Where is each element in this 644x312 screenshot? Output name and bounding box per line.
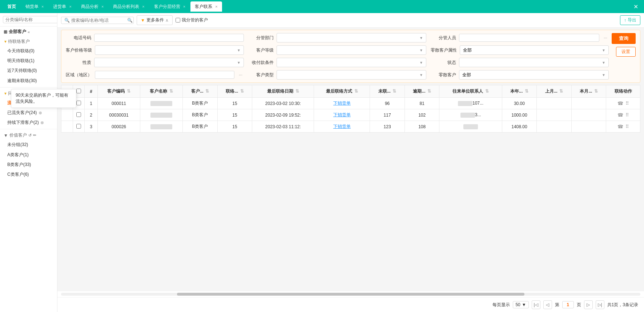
page-prev-btn[interactable]: ◁	[543, 300, 552, 309]
th-unlink[interactable]: 未联... ⇅	[370, 85, 405, 98]
more-action-icon-2[interactable]: ⠿	[625, 112, 629, 118]
close-analysis-tab[interactable]: ×	[101, 4, 104, 9]
search-main-input[interactable]	[71, 18, 126, 23]
filter-customer-level-select[interactable]: ▼	[277, 45, 426, 55]
sidebar-item-c-class[interactable]: C类客户(6)	[0, 170, 57, 179]
nav-tab-customer-tier[interactable]: 客户分层经营 ×	[150, 1, 190, 12]
th-last-contact-date[interactable]: 最后联络日期 ⇅	[252, 85, 314, 98]
nav-tab-customer-contact[interactable]: 客户联系 ×	[190, 1, 222, 12]
filter-cust-type-select[interactable]: ▼	[277, 70, 426, 80]
sort-code-icon[interactable]: ⇅	[127, 89, 130, 94]
filter-phone-input[interactable]	[94, 34, 244, 42]
td-cb-3[interactable]	[73, 121, 85, 133]
sidebar-item-churned[interactable]: 已流失客户(24)	[0, 108, 57, 118]
method-link-2[interactable]: 下销货单	[333, 112, 351, 117]
sort-contact-icon[interactable]: ⇅	[240, 89, 244, 94]
sidebar-item-today-contact[interactable]: 今天待联络(0)	[0, 46, 57, 56]
th-last-month[interactable]: 上月... ⇅	[537, 85, 572, 98]
sort-type-icon[interactable]: ⇅	[205, 89, 209, 94]
row-3-checkbox[interactable]	[76, 124, 81, 129]
td-method-2[interactable]: 下销货单	[314, 109, 370, 121]
filter-region-input[interactable]	[95, 71, 234, 79]
close-sales-tab[interactable]: ×	[41, 4, 44, 9]
select-all-checkbox[interactable]	[76, 89, 81, 93]
phone-action-icon-3[interactable]: ☎	[617, 124, 623, 129]
value-edit-icon[interactable]: ✏	[33, 133, 36, 138]
row-1-checkbox[interactable]	[76, 101, 81, 105]
my-customers-checkbox[interactable]	[176, 18, 180, 23]
more-action-icon-1[interactable]: ⠿	[625, 101, 629, 106]
query-btn[interactable]: 查询	[612, 33, 636, 44]
method-link-1[interactable]: 下销货单	[333, 101, 351, 106]
filter-retail-attr-select[interactable]: 全部 ▼	[460, 45, 609, 55]
sidebar-item-b-class[interactable]: B类客户(33)	[0, 160, 57, 170]
th-last-contact-method[interactable]: 最后联络方式 ⇅	[314, 85, 370, 98]
th-contact[interactable]: 联络... ⇅	[217, 85, 252, 98]
nav-tab-analysis-list[interactable]: 商品分析列表 ×	[109, 1, 149, 12]
sort-name-icon[interactable]: ⇅	[169, 89, 173, 94]
filter-payment-select[interactable]: ▼	[277, 58, 426, 67]
sidebar-all-customers[interactable]: ⊞ 全部客户 «	[0, 27, 57, 37]
td-cb-2[interactable]	[73, 109, 85, 121]
th-type[interactable]: 客户... ⇅	[183, 85, 218, 98]
scroll-track[interactable]	[61, 293, 640, 296]
more-action-icon-3[interactable]: ⠿	[625, 124, 629, 129]
th-this-year[interactable]: 本年... ⇅	[502, 85, 537, 98]
filter-dept-select[interactable]: ▼	[277, 33, 426, 42]
th-overdue[interactable]: 逾期... ⇅	[404, 85, 439, 98]
nav-close-all-btn[interactable]: ✕	[631, 3, 641, 10]
search-box[interactable]: 🔍 🔍	[61, 17, 134, 24]
filter-region-dots[interactable]: ···	[237, 72, 244, 77]
sort-unit-icon[interactable]: ⇅	[485, 89, 489, 94]
sidebar-collapse-icon[interactable]: «	[28, 30, 30, 34]
close-purchase-tab[interactable]: ×	[69, 4, 71, 9]
sort-date-icon[interactable]: ⇅	[295, 89, 299, 94]
value-refresh-icon[interactable]: ↺	[28, 133, 32, 138]
nav-tab-home[interactable]: 首页	[3, 1, 20, 12]
export-btn[interactable]: ↑ 导出	[620, 15, 640, 25]
close-customer-contact-tab[interactable]: ×	[215, 4, 217, 9]
scroll-bar-area[interactable]	[57, 291, 644, 297]
sidebar-item-overdue-contact[interactable]: 逾期未联络(30)	[0, 76, 57, 86]
close-analysis-list-tab[interactable]: ×	[142, 4, 144, 9]
page-size-select[interactable]: 50 ▼	[513, 301, 528, 308]
sort-this-month-icon[interactable]: ⇅	[594, 89, 598, 94]
settings-btn[interactable]: 设置	[616, 47, 636, 57]
filter-price-level-select[interactable]: ▼	[95, 45, 244, 55]
th-this-month[interactable]: 本月... ⇅	[571, 85, 606, 98]
td-method-1[interactable]: 下销货单	[314, 98, 370, 109]
filter-retail-cust-select[interactable]: 全部 ▼	[459, 70, 609, 80]
page-first-btn[interactable]: |◁	[532, 300, 540, 309]
filter-nature-select[interactable]: ▼	[94, 58, 244, 67]
page-next-btn[interactable]: ▷	[584, 300, 593, 309]
search-clear-icon[interactable]: 🔍	[127, 18, 133, 23]
scroll-thumb[interactable]	[177, 293, 524, 296]
td-method-3[interactable]: 下销货单	[314, 121, 370, 133]
sidebar-group-pending[interactable]: ▼ 待联络客户	[0, 37, 57, 46]
sort-year-icon[interactable]: ⇅	[525, 89, 528, 94]
sidebar-item-ungrouped[interactable]: 未分组(32)	[0, 140, 57, 150]
method-link-3[interactable]: 下销货单	[333, 124, 351, 129]
sidebar-item-declining[interactable]: 持续下滑客户(2)	[0, 118, 57, 127]
sidebar-group-value[interactable]: ▼ 价值客户 ↺ ✏	[0, 131, 57, 140]
sort-method-icon[interactable]: ⇅	[354, 89, 358, 94]
nav-tab-sales[interactable]: 销货单 ×	[21, 1, 48, 12]
sidebar-item-tomorrow-contact[interactable]: 明天待联络(1)	[0, 56, 57, 66]
filter-manager-dots[interactable]: ···	[602, 35, 609, 40]
more-conditions-btn[interactable]: ▼ 更多条件 ∧	[137, 15, 173, 25]
th-name[interactable]: 客户名称 ⇅	[140, 85, 183, 98]
row-2-checkbox[interactable]	[76, 112, 81, 117]
close-customer-tier-tab[interactable]: ×	[183, 4, 185, 9]
my-customers-checkbox-wrap[interactable]: 我分管的客户	[176, 17, 208, 23]
th-unit-contact[interactable]: 往来单位联系人 ⇅	[439, 85, 502, 98]
sidebar-item-a-class[interactable]: A类客户(1)	[0, 150, 57, 160]
sort-unlink-icon[interactable]: ⇅	[393, 89, 396, 94]
nav-tab-purchase[interactable]: 进货单 ×	[49, 1, 76, 12]
filter-manager-input[interactable]	[459, 34, 599, 42]
sidebar-search-input[interactable]	[3, 16, 57, 23]
th-code[interactable]: 客户编码 ⇅	[98, 85, 140, 98]
phone-action-icon-2[interactable]: ☎	[617, 112, 623, 118]
sort-overdue-icon[interactable]: ⇅	[427, 89, 431, 94]
page-input[interactable]	[562, 301, 574, 308]
phone-action-icon-1[interactable]: ☎	[617, 101, 623, 106]
